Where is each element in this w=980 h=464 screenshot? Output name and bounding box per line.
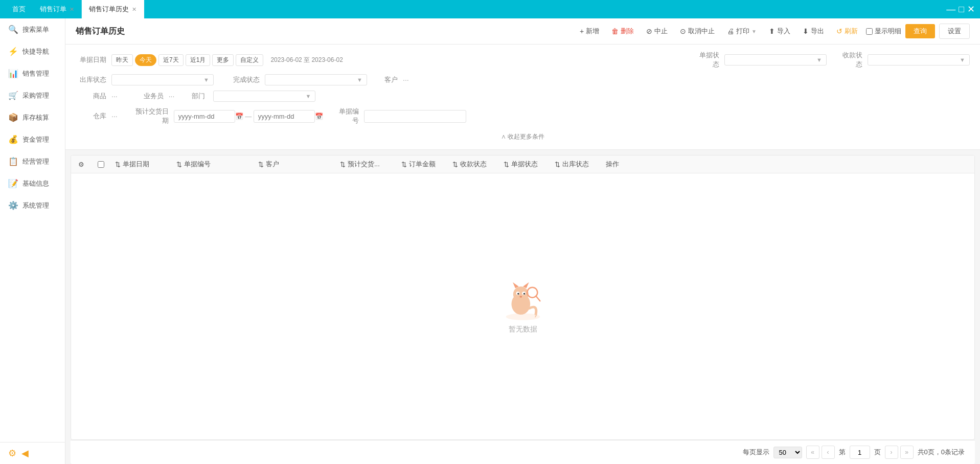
th-order-status[interactable]: ⇅ 单据状态 — [498, 160, 550, 169]
display-detail-checkbox[interactable] — [866, 28, 873, 35]
tab-home[interactable]: 首页 — [5, 0, 33, 18]
out-status-select[interactable]: ▼ — [111, 74, 214, 85]
svg-point-9 — [519, 296, 522, 297]
order-no-label: 单据编号 — [333, 107, 364, 125]
table-area: ⚙ ⇅ 单据日期 ⇅ 单据编号 ⇅ 客户 ⇅ — [71, 155, 975, 440]
quicknav-icon: ⚡ — [8, 47, 18, 56]
stop-button[interactable]: ⊘ 中止 — [642, 25, 672, 38]
sidebar-item-quicknav[interactable]: ⚡ 快捷导航 — [0, 40, 65, 62]
select-all-checkbox[interactable] — [98, 161, 104, 168]
payment-status-select[interactable]: ▼ — [868, 54, 970, 65]
top-bar: 首页 销售订单 ✕ 销售订单历史 ✕ — □ ✕ — [0, 0, 980, 18]
print-button[interactable]: 🖨 打印 ▼ — [723, 25, 761, 38]
order-status-select[interactable]: ▼ — [724, 54, 827, 65]
table-header: ⚙ ⇅ 单据日期 ⇅ 单据编号 ⇅ 客户 ⇅ — [71, 156, 974, 173]
delivery-date-start[interactable] — [174, 110, 235, 123]
sidebar-item-operations[interactable]: 📋 经营管理 — [0, 150, 65, 172]
content-area: 销售订单历史 + 新增 🗑 删除 ⊘ 中止 ⊙ 取消中止 — [65, 18, 980, 464]
date-field: 昨天 今天 近7天 近1月 更多 自定义 2023-06-02 至 2023-0… — [111, 54, 694, 66]
sidebar-item-search[interactable]: 🔍 搜索菜单 — [0, 18, 65, 40]
close-tab-history[interactable]: ✕ — [132, 6, 136, 13]
sidebar-item-finance[interactable]: 💰 资金管理 — [0, 128, 65, 150]
sidebar-item-basics[interactable]: 📝 基础信息 — [0, 172, 65, 194]
dept-arrow: ▼ — [305, 93, 311, 99]
sidebar-item-system[interactable]: ⚙️ 系统管理 — [0, 194, 65, 216]
cancel-stop-button[interactable]: ⊙ 取消中止 — [676, 25, 719, 38]
dept-select[interactable]: ▼ — [213, 91, 315, 102]
refresh-button[interactable]: ↺ 刷新 — [832, 25, 862, 38]
collapse-row[interactable]: ∧ 收起更多条件 — [76, 130, 970, 143]
calendar-end-icon[interactable]: 📅 — [315, 113, 323, 120]
salesperson-dots[interactable]: ··· — [169, 92, 175, 100]
warehouse-dots[interactable]: ··· — [111, 112, 118, 120]
goods-dots[interactable]: ··· — [111, 92, 118, 100]
import-button[interactable]: ⬆ 导入 — [765, 25, 794, 38]
date-btn-yesterday[interactable]: 昨天 — [111, 54, 133, 66]
print-arrow-icon: ▼ — [751, 29, 757, 34]
date-btn-1month[interactable]: 近1月 — [186, 54, 211, 66]
order-no-input[interactable] — [364, 110, 466, 123]
complete-status-arrow: ▼ — [357, 77, 362, 83]
th-date[interactable]: ⇅ 单据日期 — [110, 160, 171, 169]
operations-icon: 📋 — [8, 157, 18, 166]
settings-page-button[interactable]: 设置 — [939, 24, 970, 39]
next-page-button[interactable]: › — [885, 446, 898, 459]
status-label: 单据状态 — [694, 51, 724, 69]
filter-row-2: 出库状态 ▼ 完成状态 ▼ 客户 ··· — [76, 74, 970, 85]
close-window-button[interactable]: ✕ — [967, 4, 975, 15]
th-payment[interactable]: ⇅ 收款状态 — [447, 160, 498, 169]
filter-area: 单据日期 昨天 今天 近7天 近1月 更多 自定义 2023-06-02 至 2… — [65, 45, 980, 150]
delivery-date-end[interactable] — [254, 110, 315, 123]
per-page-select[interactable]: 50 100 200 — [773, 447, 802, 458]
table-empty: 暂无数据 — [71, 173, 974, 439]
th-amount[interactable]: ⇅ 订单金额 — [396, 160, 447, 169]
sort-icon-date: ⇅ — [115, 161, 121, 168]
customer-dots[interactable]: ··· — [403, 76, 409, 84]
toolbar: + 新增 🗑 删除 ⊘ 中止 ⊙ 取消中止 🖨 打印 — [576, 24, 970, 39]
salesperson-label: 业务员 — [133, 92, 169, 101]
tab-sales-history[interactable]: 销售订单历史 ✕ — [82, 0, 144, 18]
collapse-sidebar-icon[interactable]: ◀ — [21, 448, 29, 459]
stop-icon: ⊘ — [646, 27, 652, 35]
minimize-button[interactable]: — — [946, 4, 955, 15]
print-icon: 🖨 — [727, 27, 734, 35]
add-button[interactable]: + 新增 — [576, 25, 603, 38]
th-checkbox[interactable] — [92, 161, 110, 168]
close-tab-sales-order[interactable]: ✕ — [70, 6, 74, 13]
prev-page-button[interactable]: ‹ — [822, 446, 835, 459]
date-btn-7days[interactable]: 近7天 — [158, 54, 184, 66]
delete-button[interactable]: 🗑 删除 — [607, 25, 638, 38]
import-icon: ⬆ — [769, 27, 775, 35]
sidebar-item-sales[interactable]: 📊 销售管理 — [0, 62, 65, 84]
date-btn-more[interactable]: 更多 — [212, 54, 234, 66]
th-settings[interactable]: ⚙ — [71, 161, 92, 168]
display-detail-toggle[interactable]: 显示明细 — [866, 27, 901, 36]
calendar-start-icon[interactable]: 📅 — [235, 113, 243, 120]
page-header: 销售订单历史 + 新增 🗑 删除 ⊘ 中止 ⊙ 取消中止 — [65, 18, 980, 45]
collapse-text: 收起更多条件 — [508, 133, 544, 140]
sidebar-item-inventory[interactable]: 📦 库存核算 — [0, 106, 65, 128]
export-button[interactable]: ⬇ 导出 — [799, 25, 828, 38]
page-label-prefix: 第 — [837, 448, 848, 457]
th-out-status[interactable]: ⇅ 出库状态 — [550, 160, 601, 169]
settings-bottom-icon[interactable]: ⚙ — [8, 448, 16, 459]
dept-label: 部门 — [190, 92, 210, 101]
query-button[interactable]: 查询 — [905, 24, 935, 38]
first-page-button[interactable]: « — [806, 446, 819, 459]
complete-status-select[interactable]: ▼ — [265, 74, 367, 85]
th-customer[interactable]: ⇅ 客户 — [253, 160, 335, 169]
main-layout: 🔍 搜索菜单 ⚡ 快捷导航 📊 销售管理 🛒 采购管理 📦 库存核算 💰 资金管… — [0, 18, 980, 464]
last-page-button[interactable]: » — [900, 446, 914, 459]
collapse-up-icon: ∧ — [501, 133, 506, 140]
sidebar-item-purchase[interactable]: 🛒 采购管理 — [0, 84, 65, 106]
date-btn-today[interactable]: 今天 — [135, 54, 156, 66]
maximize-button[interactable]: □ — [959, 4, 964, 15]
filter-row-3: 商品 ··· 业务员 ··· 部门 ▼ — [76, 91, 970, 102]
th-delivery[interactable]: ⇅ 预计交货... — [335, 160, 396, 169]
th-order-no[interactable]: ⇅ 单据编号 — [171, 160, 253, 169]
export-icon: ⬇ — [803, 27, 809, 35]
tab-sales-order[interactable]: 销售订单 ✕ — [33, 0, 82, 18]
date-btn-custom[interactable]: 自定义 — [236, 54, 263, 66]
finance-icon: 💰 — [8, 135, 18, 144]
page-number-input[interactable] — [850, 446, 870, 459]
